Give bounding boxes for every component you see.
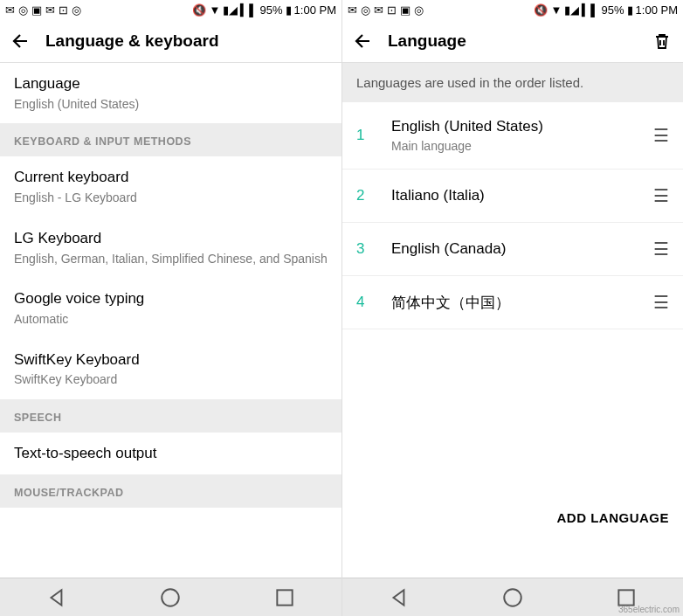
label: Language (14, 73, 328, 94)
section-mouse: MOUSE/TRACKPAD (0, 474, 342, 508)
sublabel: English - LG Keyboard (14, 190, 328, 207)
info-text: Languages are used in the order listed. (342, 63, 683, 102)
add-language-button[interactable]: ADD LANGUAGE (554, 498, 673, 537)
section-speech: SPEECH (0, 399, 342, 433)
sublabel: Automatic (14, 311, 328, 329)
status-right: 🔇 ▼ ▮◢ ▍▌ 95% ▮ 1:00 PM (534, 3, 678, 17)
phone-left: ✉ ◎ ▣ ✉ ⊡ ◎ 🔇 ▼ ▮◢ ▍▌ 95% ▮ 1:00 PM Lang… (0, 0, 342, 616)
svg-rect-3 (618, 590, 633, 605)
gmail-icon-2: ✉ (45, 4, 55, 16)
language-number: 1 (356, 127, 391, 144)
clock: 1:00 PM (294, 3, 336, 17)
gmail-icon-2: ✉ (374, 4, 383, 16)
status-right: 🔇 ▼ ▮◢ ▍▌ 95% ▮ 1:00 PM (192, 3, 336, 17)
sublabel: English, German, Italian, Simplified Chi… (14, 251, 328, 268)
language-item[interactable]: 3English (Canada)☰ (342, 223, 683, 276)
nav-home-icon[interactable] (501, 586, 524, 609)
svg-point-0 (162, 589, 180, 606)
language-body: Italiano (Italia) (391, 187, 653, 204)
label: Google voice typing (14, 288, 328, 309)
language-title: English (United States) (391, 118, 653, 135)
delete-icon[interactable] (652, 31, 673, 52)
chat-icon: ⊡ (59, 4, 68, 16)
mute-icon: 🔇 (192, 4, 206, 16)
sublabel: English (United States) (14, 96, 328, 114)
data-icon: ▮◢ (223, 4, 238, 16)
drag-handle-icon[interactable]: ☰ (653, 292, 669, 313)
status-bar: ✉ ◎ ▣ ✉ ⊡ ◎ 🔇 ▼ ▮◢ ▍▌ 95% ▮ 1:00 PM (0, 0, 342, 19)
gmail-icon: ✉ (348, 4, 357, 16)
app-bar: Language & keyboard (0, 19, 342, 63)
label: Current keyboard (14, 167, 328, 188)
item-current-keyboard[interactable]: Current keyboard English - LG Keyboard (0, 156, 342, 217)
chat-icon: ⊡ (387, 4, 397, 16)
item-lg-keyboard[interactable]: LG Keyboard English, German, Italian, Si… (0, 218, 342, 278)
language-title: Italiano (Italia) (391, 187, 653, 204)
clock: 1:00 PM (636, 3, 678, 17)
wifi-icon: ▼ (209, 4, 220, 16)
sync-icon: ◎ (18, 4, 28, 16)
item-language[interactable]: Language English (United States) (0, 63, 342, 123)
item-swiftkey[interactable]: SwiftKey Keyboard SwiftKey Keyboard (0, 339, 342, 399)
svg-point-2 (504, 589, 521, 606)
page-title: Language (388, 31, 652, 51)
phone-right: ✉ ◎ ✉ ⊡ ▣ ◎ 🔇 ▼ ▮◢ ▍▌ 95% ▮ 1:00 PM Lang… (342, 0, 683, 616)
sync-icon: ◎ (361, 4, 370, 16)
sublabel: SwiftKey Keyboard (14, 371, 328, 389)
language-item[interactable]: 1English (United States)Main language☰ (342, 102, 683, 170)
drag-handle-icon[interactable]: ☰ (653, 239, 669, 260)
page-title: Language & keyboard (45, 31, 331, 51)
gmail-icon: ✉ (5, 4, 15, 16)
item-google-voice[interactable]: Google voice typing Automatic (0, 278, 342, 338)
status-left-icons: ✉ ◎ ▣ ✉ ⊡ ◎ (5, 4, 81, 16)
battery-icon: ▮ (627, 4, 633, 16)
back-icon[interactable] (353, 31, 374, 52)
battery-pct: 95% (602, 3, 624, 17)
battery-icon: ▮ (286, 4, 292, 16)
status-bar: ✉ ◎ ✉ ⊡ ▣ ◎ 🔇 ▼ ▮◢ ▍▌ 95% ▮ 1:00 PM (342, 0, 683, 19)
language-body: English (United States)Main language (391, 118, 653, 153)
instagram-icon: ◎ (414, 4, 424, 16)
app-bar: Language (342, 19, 683, 63)
battery-pct: 95% (260, 3, 283, 17)
signal-icon: ▍▌ (240, 4, 257, 16)
language-body: 简体中文（中国） (391, 293, 653, 313)
nav-back-icon[interactable] (388, 586, 410, 609)
label: LG Keyboard (14, 228, 328, 249)
language-title: 简体中文（中国） (391, 293, 653, 313)
drag-handle-icon[interactable]: ☰ (653, 185, 669, 206)
nav-bar (0, 578, 342, 616)
label: Text-to-speech output (14, 443, 328, 464)
language-item[interactable]: 4简体中文（中国）☰ (342, 276, 683, 329)
signal-icon: ▍▌ (582, 4, 598, 16)
nav-back-icon[interactable] (45, 586, 68, 609)
drag-handle-icon[interactable]: ☰ (653, 125, 669, 146)
content-left: Language English (United States) KEYBOAR… (0, 63, 342, 578)
data-icon: ▮◢ (564, 4, 579, 16)
section-keyboard: KEYBOARD & INPUT METHODS (0, 123, 342, 156)
status-left-icons: ✉ ◎ ✉ ⊡ ▣ ◎ (348, 4, 424, 16)
label: SwiftKey Keyboard (14, 350, 328, 370)
language-subtitle: Main language (391, 139, 653, 153)
svg-rect-1 (277, 590, 292, 605)
wifi-icon: ▼ (550, 4, 562, 16)
mute-icon: 🔇 (534, 4, 548, 16)
back-icon[interactable] (10, 31, 31, 52)
watermark: 365electric.com (618, 605, 680, 614)
instagram-icon: ◎ (72, 4, 81, 16)
image-icon: ▣ (31, 4, 42, 16)
language-body: English (Canada) (391, 240, 653, 258)
language-list: 1English (United States)Main language☰2I… (342, 102, 683, 329)
image-icon: ▣ (400, 4, 410, 16)
language-item[interactable]: 2Italiano (Italia)☰ (342, 170, 683, 223)
item-tts[interactable]: Text-to-speech output (0, 433, 342, 474)
language-number: 2 (356, 187, 391, 204)
nav-home-icon[interactable] (159, 586, 182, 609)
nav-recent-icon[interactable] (273, 586, 296, 609)
language-number: 4 (356, 294, 391, 311)
language-number: 3 (356, 240, 391, 258)
language-title: English (Canada) (391, 240, 653, 258)
